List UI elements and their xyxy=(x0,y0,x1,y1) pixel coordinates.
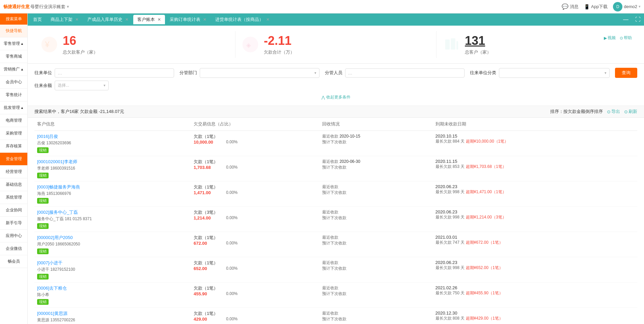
customer-name[interactable]: [0007]小进干 xyxy=(37,260,188,266)
overdue-link[interactable]: 超期¥652.00（1笔） xyxy=(466,265,503,270)
overdue-link[interactable]: 超期¥1,214.00（3笔） xyxy=(466,215,506,219)
sidebar-search[interactable]: 搜索菜单 xyxy=(0,13,27,25)
sidebar-item-quick-nav[interactable]: 零售管理 快捷导航 xyxy=(0,25,27,37)
sidebar-item-enterprise-collab[interactable]: 企业协同 xyxy=(0,204,27,217)
sidebar-item-newbie[interactable]: 新手引导 xyxy=(0,217,27,230)
stats-row: ¥ 16 总欠款客户（家） ◈ xyxy=(28,26,644,64)
overdue-link[interactable]: 超期¥1,703.68（1笔） xyxy=(466,164,506,169)
debt-amount[interactable]: 1,471.00 xyxy=(194,190,218,195)
sidebar-item-inventory[interactable]: 库存核算 xyxy=(0,140,27,153)
tab-product-off[interactable]: 商品上下架 ✕ xyxy=(47,15,83,24)
message-btn[interactable]: 💬 消息 xyxy=(562,3,579,10)
sidebar-item-sys-mgmt[interactable]: 系统管理 xyxy=(0,191,27,204)
source-unit-input[interactable]: … xyxy=(55,68,174,78)
tab-product-in[interactable]: 产成品入库单历史 ✕ xyxy=(83,15,133,24)
tab-purchase-order[interactable]: 采购订单统计表 ✕ xyxy=(166,15,211,24)
debt-amount[interactable]: 652.00 xyxy=(194,266,218,271)
recent-collect: 最近收款 xyxy=(322,311,430,316)
tab-close-purchase-summary[interactable]: ✕ xyxy=(266,17,270,22)
customer-sub: 吕俊 13026203696 xyxy=(37,140,188,146)
export-btn[interactable]: ⊙ 导出 xyxy=(607,109,620,115)
sort-label[interactable]: 排序：按欠款金额倒序排序 xyxy=(550,109,603,115)
customer-badge: 现销 xyxy=(37,248,49,254)
overdue-link[interactable]: 超期¥1,471.00（1笔） xyxy=(466,189,506,194)
customer-name[interactable]: [0001020001]李老师 xyxy=(37,159,188,165)
next-collect: 预计下次收款 xyxy=(322,215,430,221)
sidebar-item-ops-mgmt[interactable]: 经营管理 xyxy=(0,166,27,178)
balance-select[interactable]: 选择... ▾ xyxy=(55,81,109,90)
overdue-link[interactable]: 超期¥672.00（1笔） xyxy=(466,240,503,245)
customer-name[interactable]: [0002]服务中心_丁磊 xyxy=(37,209,188,215)
overdue-link[interactable]: 超期¥10,000.00（1笔） xyxy=(466,139,509,144)
customer-name[interactable]: [0006]去下粮仓 xyxy=(37,285,188,291)
refresh-btn[interactable]: ⊙ 刷新 xyxy=(624,109,637,115)
sidebar-item-ecommerce[interactable]: 电商管理 xyxy=(0,114,27,127)
tab-close-customer-account[interactable]: ✕ xyxy=(158,17,161,22)
sidebar-item-finance[interactable]: 资金管理 xyxy=(0,153,27,166)
user-avatar[interactable]: D demo2 ▾ xyxy=(613,2,641,11)
source-category-select[interactable]: ▾ xyxy=(499,68,610,78)
tab-close-purchase-order[interactable]: ✕ xyxy=(203,17,206,22)
sidebar-item-retail-mgmt[interactable]: 零售管理▲ xyxy=(0,37,27,50)
debt-amount[interactable]: 1,703.68 xyxy=(194,165,218,170)
video-btn[interactable]: ▶ 视频 xyxy=(604,35,616,41)
debt-amount[interactable]: 1,214.00 xyxy=(194,215,218,220)
total-customers-value: 131 xyxy=(465,34,491,48)
dept-select[interactable]: ▾ xyxy=(200,68,319,78)
customer-name[interactable]: [000001]黄思源 xyxy=(37,311,188,317)
help-btn[interactable]: ⊙ 帮助 xyxy=(620,35,632,41)
person-input[interactable]: … xyxy=(345,68,465,78)
table-row: [0002]服务中心_丁磊 服务中心_丁磊 181 0125 8371 现销 欠… xyxy=(34,207,637,232)
overdue-date: 2020.06.23 xyxy=(436,184,635,189)
sidebar-item-purchase[interactable]: 采购管理 xyxy=(0,127,27,140)
tab-close-product-in[interactable]: ✕ xyxy=(125,17,129,22)
sidebar-item-basic-info[interactable]: 基础信息 xyxy=(0,178,27,191)
tab-purchase-summary[interactable]: 进货单统计表（按商品） ✕ xyxy=(211,15,274,24)
table-row: [0007]小进干 小进干 18279152100 现销 欠款（1笔） 652.… xyxy=(34,257,637,283)
overdue-customers-value: 16 xyxy=(63,34,98,48)
overdue-amount-icon: ◈ xyxy=(241,35,260,54)
overdue-info: 最长欠款 750 天 超期¥455.90（1笔） xyxy=(436,290,635,296)
org-selector[interactable]: 母婴行业演示账套 ▾ xyxy=(30,4,562,10)
customer-name[interactable]: [000002]用户2050 xyxy=(37,235,188,241)
app-download-btn[interactable]: 📱 App下载 xyxy=(584,4,608,10)
tab-home[interactable]: 首页 xyxy=(29,15,46,24)
data-table: 客户信息 欠交易信息（占比） 回收情况 到期未收款日期 [0016]吕俊 吕俊 … xyxy=(34,118,637,324)
sidebar-item-vip-member[interactable]: 畅会员 xyxy=(0,255,27,268)
tab-customer-account[interactable]: 客户账本 ✕ xyxy=(133,15,165,24)
tab-minimize-btn[interactable]: — xyxy=(621,16,631,23)
tab-maximize-btn[interactable]: ⛶ xyxy=(633,16,643,23)
customer-name[interactable]: [0016]吕俊 xyxy=(37,134,188,140)
debt-amount[interactable]: 672.00 xyxy=(194,241,218,246)
debt-amount[interactable]: 10,000.00 xyxy=(194,140,218,145)
overdue-info: 最长欠款 998 天 超期¥1,471.00（1笔） xyxy=(436,189,635,195)
result-summary: 搜索结果中，客户16家 欠款金额 -21,148.07元 xyxy=(34,109,124,115)
sidebar-item-app-center[interactable]: 应用中心 xyxy=(0,230,27,242)
sidebar-item-retail-stats[interactable]: 零售统计 xyxy=(0,89,27,101)
sidebar-item-retail-mall[interactable]: 零售商城 xyxy=(0,50,27,63)
customer-name[interactable]: [0003]畅捷服务尹海燕 xyxy=(37,184,188,190)
sidebar-item-enterprise-wechat[interactable]: 企业微信 xyxy=(0,242,27,255)
overdue-info: 最长欠款 998 天 超期¥652.00（1笔） xyxy=(436,265,635,271)
overdue-info: 最长欠款 808 天 超期¥429.00（1笔） xyxy=(436,316,635,321)
tab-close-product-off[interactable]: ✕ xyxy=(75,17,79,22)
debt-amount[interactable]: 429.00 xyxy=(194,317,218,322)
stat-total-customers: 131 总客户（家） ▶ 视频 ⊙ 帮助 xyxy=(437,31,637,58)
search-button[interactable]: 查询 xyxy=(615,68,637,78)
sidebar-item-marketing[interactable]: 营销推广▲ xyxy=(0,63,27,76)
debt-amount[interactable]: 455.90 xyxy=(194,291,218,296)
customer-sub: 海燕 18513066976 xyxy=(37,191,188,197)
table-container: 客户信息 欠交易信息（占比） 回收情况 到期未收款日期 [0016]吕俊 吕俊 … xyxy=(28,118,644,324)
overdue-link[interactable]: 超期¥429.00（1笔） xyxy=(466,316,503,321)
debt-percent: 0.00% xyxy=(226,190,237,195)
customer-sub: 用户2050 18665062050 xyxy=(37,241,188,247)
recent-collect: 最近收款 xyxy=(322,285,430,291)
sidebar-item-batch-mgmt[interactable]: 批发管理▲ xyxy=(0,101,27,114)
sidebar-item-member-center[interactable]: 会员中心 xyxy=(0,76,27,89)
overdue-link[interactable]: 超期¥455.90（1笔） xyxy=(466,291,503,295)
svg-text:¥: ¥ xyxy=(45,40,50,49)
total-customers-icon xyxy=(442,35,461,54)
collapse-btn[interactable]: ⋀ 收起更多条件 xyxy=(321,94,351,100)
customer-badge: 现销 xyxy=(37,274,49,279)
debt-count: 欠款（1笔） xyxy=(194,260,218,266)
